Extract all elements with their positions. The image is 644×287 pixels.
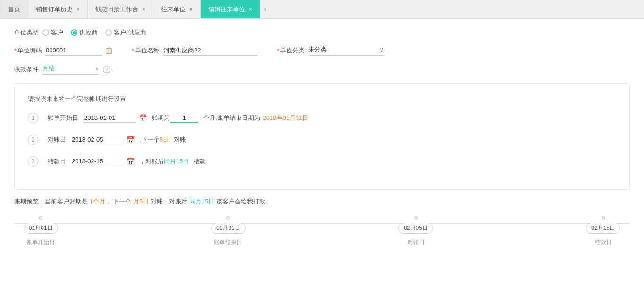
timeline: 01月01日 账单开始日 01月31日 账单结束日 02月05日 对账日 02月… [14,215,630,246]
step-3-calendar-icon[interactable]: 📅 [127,158,135,165]
tab-sales-history-label: 销售订单历史 [36,5,73,14]
step-1-row: 1 账单开始日 📅 账期为 个月,账单结束日期为 2018年01月31日 [28,113,616,123]
preview-reconcile-day: 月5日 [133,198,149,205]
step-3-num: 3 [28,156,38,167]
step-3-suffix: 结款 [194,157,206,166]
step-3-day-highlight: 同月15日 [164,157,189,166]
preview-payment-day: 同月15日 [189,198,214,205]
radio-customer-circle [42,29,49,36]
radio-customer[interactable]: 客户 [42,28,63,37]
step-1-end-date: 2018年01月31日 [263,114,309,122]
timeline-label-0: 账单开始日 [26,238,55,246]
tab-bar: 首页 销售订单历史 × 钱货日清工作台 × 往来单位 × 编辑往来单位 × › [0,0,644,19]
timeline-label-3: 结款日 [595,238,612,246]
payment-terms-value: 月结 [42,64,92,73]
timeline-dot-3 [602,216,605,220]
preview-period: 1个月， [90,198,111,205]
step-2-label: 对账日 [48,135,66,144]
radio-supplier-label: 供应商 [79,28,98,37]
tab-partner-label: 往来单位 [161,5,186,14]
card-title: 请按照未来的一个完整帐期进行设置 [28,95,616,103]
step-1-label: 账单开始日 [48,114,78,122]
preview-middle2: 对账，对账后 [151,198,187,205]
step-2-day-highlight: 5日 [160,135,169,144]
unit-category-star: * [277,47,279,54]
settings-card: 请按照未来的一个完整帐期进行设置 1 账单开始日 📅 账期为 个月,账单结束日期… [14,83,630,190]
tab-sales-history[interactable]: 销售订单历史 × [28,0,88,18]
step-2-date-input[interactable] [72,135,124,144]
timeline-dot-2 [414,216,418,220]
tab-partner[interactable]: 往来单位 × [153,0,201,18]
timeline-badge-0: 01月01日 [24,223,58,234]
unit-type-group: 单位类型 客户 供应商 客户/供应商 [14,28,146,37]
radio-group: 客户 供应商 客户/供应商 [42,28,146,37]
unit-type-row: 单位类型 客户 供应商 客户/供应商 [14,28,630,37]
step-2-prefix: ,下一个 [139,135,160,144]
timeline-label-2: 对账日 [407,238,424,246]
tab-home[interactable]: 首页 [0,0,28,18]
step-1-period-unit: 个月,账单结束日期为 [203,114,260,122]
payment-terms-dropdown[interactable]: 月结 ∨ [42,64,99,75]
timeline-badge-1: 01月31日 [211,223,246,234]
timeline-dot-0 [39,216,42,220]
step-2-calendar-icon[interactable]: 📅 [127,136,135,144]
tab-home-label: 首页 [8,5,20,14]
step-3-label: 结款日 [48,157,66,166]
radio-customer-label: 客户 [51,28,63,37]
step-1-period-input[interactable] [170,113,198,123]
payment-terms-arrow-icon: ∨ [95,65,99,72]
unit-category-dropdown[interactable]: 未分类 ∨ [308,45,384,56]
page-content: 单位类型 客户 供应商 客户/供应商 * 单位编码 [0,19,644,287]
tab-edit-partner[interactable]: 编辑往来单位 × [201,0,260,18]
radio-both[interactable]: 客户/供应商 [105,28,146,37]
tab-cashier-label: 钱货日清工作台 [95,5,138,14]
unit-category-label: 单位分类 [280,46,305,55]
step-2-suffix: 对账 [174,135,186,144]
tab-partner-close[interactable]: × [189,6,193,13]
radio-supplier[interactable]: 供应商 [71,28,98,37]
payment-terms-row: 收款条件 月结 ∨ ? [14,64,630,75]
unit-name-input[interactable] [163,45,258,56]
unit-code-input[interactable] [46,45,102,56]
timeline-points: 01月01日 账单开始日 01月31日 账单结束日 02月05日 对账日 02月… [24,215,620,246]
unit-category-value: 未分类 [308,45,376,54]
preview-section: 账期预览：当前客户账期是 1个月， 下一个 月5日 对账，对账后 同月15日 该… [14,197,630,206]
step-1-date-input[interactable] [84,113,136,123]
unit-code-label: 单位编码 [17,46,42,55]
timeline-badge-2: 02月05日 [398,223,433,234]
tab-scroll-right[interactable]: › [260,0,270,18]
timeline-point-2: 02月05日 对账日 [398,215,433,246]
payment-terms-group: 收款条件 月结 ∨ ? [14,64,110,75]
unit-category-arrow-icon: ∨ [379,46,384,53]
unit-name-label: 单位名称 [135,46,160,55]
step-1-suffix: 账期为 [152,114,170,122]
preview-prefix: 账期预览：当前客户账期是 [14,198,88,205]
payment-terms-label: 收款条件 [14,65,39,74]
radio-both-label: 客户/供应商 [114,28,146,37]
unit-code-icon[interactable]: 📋 [105,47,113,54]
step-3-row: 3 结款日 📅 ，对账后 同月15日 结款 [28,156,616,167]
preview-middle: 下一个 [113,198,131,205]
radio-both-circle [105,29,112,36]
payment-terms-help-icon[interactable]: ? [103,66,110,73]
unit-type-label: 单位类型 [14,28,39,37]
step-1-calendar-icon[interactable]: 📅 [139,114,147,122]
timeline-point-0: 01月01日 账单开始日 [24,215,58,246]
preview-suffix: 该客户会给我打款。 [216,198,271,205]
step-3-prefix: ，对账后 [139,157,164,166]
tab-edit-partner-close[interactable]: × [249,6,252,13]
unit-code-group: * 单位编码 📋 [14,45,113,56]
tab-sales-history-close[interactable]: × [76,6,80,13]
timeline-point-3: 02月15日 结款日 [586,215,620,246]
radio-supplier-circle [71,29,77,36]
timeline-badge-3: 02月15日 [586,223,620,234]
unit-name-star: * [132,47,134,54]
unit-category-group: * 单位分类 未分类 ∨ [277,45,384,56]
timeline-dot-1 [226,216,230,220]
step-3-date-input[interactable] [72,157,124,166]
unit-code-star: * [14,47,17,54]
tab-cashier-close[interactable]: × [142,6,145,13]
tab-cashier[interactable]: 钱货日清工作台 × [88,0,153,18]
unit-name-group: * 单位名称 [132,45,258,56]
tab-edit-partner-label: 编辑往来单位 [208,5,245,14]
